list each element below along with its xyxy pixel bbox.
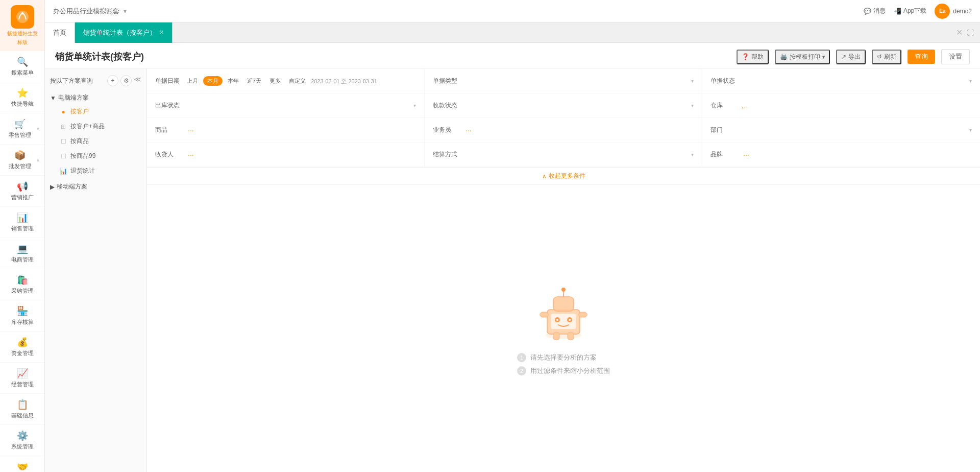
inventory-icon: 🏪: [17, 305, 28, 317]
receiver-input: ···: [184, 151, 416, 159]
collapse-bar[interactable]: ∧ 收起更多条件: [147, 168, 980, 185]
settings-button[interactable]: 设置: [941, 49, 970, 64]
header-left: 办公用品行业模拟账套 ▾: [53, 7, 127, 16]
tip-text-2: 用过滤条件来缩小分析范围: [530, 366, 610, 375]
scheme-item-by-customer[interactable]: ● 按客户: [45, 104, 146, 119]
tip-text-1: 请先选择要分析的方案: [530, 353, 597, 362]
basic-info-icon: 📋: [17, 399, 28, 410]
scheme-collapse-button[interactable]: ≪: [134, 75, 141, 86]
brand-more-icon[interactable]: ···: [743, 151, 749, 159]
mobile-group-arrow-icon: ▶: [50, 183, 55, 191]
user-profile[interactable]: Ea demo2: [935, 4, 972, 19]
settlement-input: ▾: [461, 152, 694, 157]
filter-cell-salesperson: 业务员 ···: [425, 118, 702, 143]
message-button[interactable]: 💬 消息: [864, 7, 886, 15]
out-status-select[interactable]: ▾: [184, 103, 416, 108]
finance-icon: 💰: [17, 337, 28, 348]
sidebar-item-purchase[interactable]: 🛍️ 采购管理: [0, 269, 44, 300]
order-type-select[interactable]: ▾: [461, 78, 694, 84]
scheme-item-by-customer-goods-label: 按客户+商品: [70, 122, 105, 131]
svg-rect-14: [540, 312, 548, 317]
tab-close-icon[interactable]: ✕: [159, 29, 164, 36]
sidebar-item-basic-info[interactable]: 📋 基础信息: [0, 394, 44, 425]
sidebar-item-quick-nav[interactable]: ⭐ 快捷导航: [0, 82, 44, 113]
app-download-button[interactable]: 📲 App下载: [894, 7, 926, 15]
scheme-group-pc: ▼ 电脑端方案 ● 按客户 ⊞ 按客户+商品 ☐ 按商品: [45, 90, 146, 179]
receiver-more-icon[interactable]: ···: [188, 151, 194, 159]
header-right: 💬 消息 📲 App下载 Ea demo2: [864, 4, 972, 19]
scheme-item-by-customer-goods[interactable]: ⊞ 按客户+商品: [45, 119, 146, 134]
filter-cell-receiver: 收货人 ···: [147, 143, 425, 167]
date-btn-this-year[interactable]: 本年: [225, 76, 242, 86]
sidebar-item-operations[interactable]: 📈 经营管理: [0, 363, 44, 394]
sidebar-item-inventory[interactable]: 🏪 库存核算: [0, 300, 44, 332]
scheme-item-by-goods[interactable]: ☐ 按商品: [45, 134, 146, 149]
date-btn-last-month[interactable]: 上月: [184, 76, 201, 86]
sidebar-item-system[interactable]: ⚙️ 系统管理: [0, 425, 44, 456]
sidebar-item-sales[interactable]: 📊 销售管理: [0, 207, 44, 238]
window-maximize-icon[interactable]: ⛶: [967, 29, 974, 37]
order-status-input: ▾: [739, 78, 972, 84]
print-button[interactable]: 🖨️ 按模板打印 ▾: [775, 50, 830, 64]
scheme-group-mobile-title[interactable]: ▶ 移动端方案: [45, 180, 146, 193]
empty-tips: 1 请先选择要分析的方案 2 用过滤条件来缩小分析范围: [517, 353, 610, 375]
settlement-select[interactable]: ▾: [461, 152, 694, 157]
sidebar-item-marketing[interactable]: 📢 营销推广: [0, 176, 44, 207]
query-button[interactable]: 查询: [908, 50, 935, 64]
sidebar-item-finance[interactable]: 💰 资金管理: [0, 332, 44, 363]
sidebar-label-marketing: 营销推广: [11, 194, 34, 201]
receipt-status-label: 收款状态: [433, 101, 461, 110]
department-label: 部门: [710, 126, 739, 134]
warehouse-label: 仓库: [710, 101, 739, 110]
date-btn-more[interactable]: 更多: [266, 76, 284, 86]
receipt-status-select[interactable]: ▾: [461, 103, 694, 108]
header-dropdown-icon[interactable]: ▾: [124, 8, 127, 15]
date-btn-last-7days[interactable]: 近7天: [244, 76, 264, 86]
scheme-group-pc-title[interactable]: ▼ 电脑端方案: [45, 91, 146, 104]
date-btn-this-month[interactable]: 本月: [203, 76, 223, 86]
sidebar-label-purchase: 采购管理: [11, 287, 34, 295]
goods-more-icon[interactable]: ···: [188, 126, 194, 134]
scheme-panel-actions: + ⚙ ≪: [107, 75, 141, 86]
quick-nav-icon: ⭐: [17, 87, 28, 99]
tip-num-1: 1: [517, 353, 526, 362]
svg-point-9: [569, 319, 571, 321]
sidebar-item-search-menu[interactable]: 🔍 搜索菜单: [0, 51, 44, 82]
filter-grid: 单据日期 上月 本月 本年 近7天 更多 自定义 2023-03-01 至 20…: [147, 69, 980, 168]
date-btn-custom[interactable]: 自定义: [286, 76, 309, 86]
collapse-label: 收起更多条件: [549, 172, 585, 180]
scheme-item-return-stats[interactable]: 📊 退货统计: [45, 163, 146, 178]
tab-home-label: 首页: [53, 28, 66, 37]
page-header: 销货单统计表(按客户) ❓ 帮助 🖨️ 按模板打印 ▾ ↗ 导出 ↺ 刷新: [45, 43, 980, 69]
scheme-item-by-goods-99[interactable]: ☐ 按商品99: [45, 149, 146, 163]
ecommerce-icon: 💻: [17, 243, 28, 254]
warehouse-value[interactable]: …: [741, 102, 748, 110]
warehouse-select[interactable]: …: [739, 102, 972, 110]
salesperson-more-icon[interactable]: ···: [465, 126, 472, 134]
department-select[interactable]: ▾: [739, 127, 972, 133]
sidebar-item-wholesale[interactable]: 📦 批发管理 ▲: [0, 145, 44, 176]
scheme-group-mobile: ▶ 移动端方案: [45, 179, 146, 194]
help-button[interactable]: ❓ 帮助: [737, 50, 769, 64]
sidebar: 畅捷通好生意 标版 🔍 搜索菜单 ⭐ 快捷导航 🛒 零售管理 ▼ 📦 批发管理 …: [0, 0, 45, 472]
window-close-icon[interactable]: ✕: [956, 28, 963, 37]
tab-home[interactable]: 首页: [45, 22, 75, 43]
avatar-text: Ea: [939, 8, 945, 14]
tab-sales-stats[interactable]: 销货单统计表（按客户） ✕: [75, 22, 173, 43]
salesperson-label: 业务员: [433, 126, 461, 134]
empty-tip-1: 1 请先选择要分析的方案: [517, 353, 610, 362]
order-status-label: 单据状态: [710, 77, 739, 85]
order-status-select[interactable]: ▾: [739, 78, 972, 84]
scheme-add-button[interactable]: +: [107, 75, 118, 86]
refresh-button[interactable]: ↺ 刷新: [872, 50, 901, 64]
sidebar-item-retail[interactable]: 🛒 零售管理 ▼: [0, 113, 44, 145]
scheme-settings-button[interactable]: ⚙: [120, 75, 132, 86]
date-input-group: 上月 本月 本年 近7天 更多 自定义 2023-03-01 至 2023-03…: [184, 76, 416, 86]
sidebar-item-ecommerce[interactable]: 💻 电商管理: [0, 238, 44, 269]
filter-cell-warehouse: 仓库 …: [702, 93, 980, 118]
message-icon: 💬: [864, 8, 871, 15]
export-button[interactable]: ↗ 导出: [836, 50, 866, 64]
by-goods-icon: ☐: [59, 137, 67, 146]
mobile-group-label: 移动端方案: [57, 182, 87, 191]
sidebar-item-enterprise-coop[interactable]: 🤝 企业协同: [0, 456, 44, 472]
